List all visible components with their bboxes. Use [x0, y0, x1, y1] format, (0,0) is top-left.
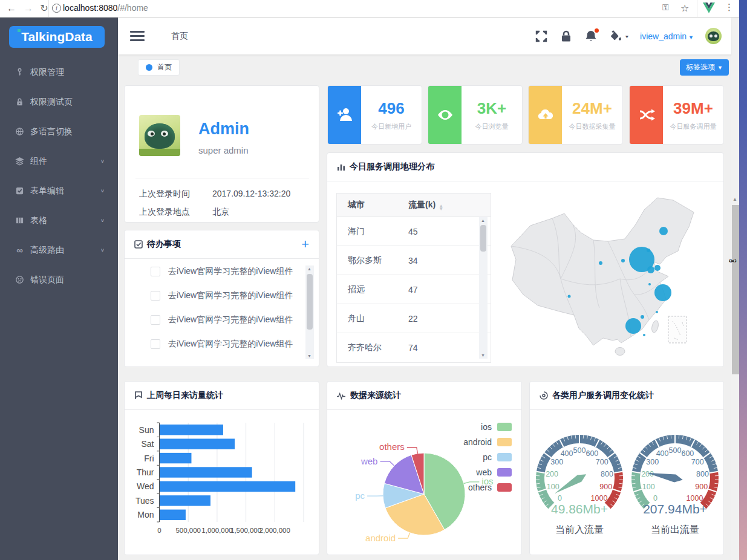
legend-swatch [497, 468, 512, 477]
svg-text:500: 500 [669, 446, 682, 455]
scroll-up-arrow[interactable]: ▲ [732, 197, 737, 202]
svg-text:300: 300 [646, 458, 659, 466]
fullscreen-icon[interactable] [535, 30, 548, 43]
svg-text:900: 900 [599, 483, 612, 491]
breadcrumb: 首页 [171, 31, 188, 42]
todo-checkbox[interactable] [151, 315, 160, 325]
svg-text:700: 700 [691, 458, 704, 466]
flow-cell: 45 [408, 227, 418, 236]
map-bubble [647, 249, 650, 252]
chrome-menu-icon[interactable]: ⋮ [725, 2, 734, 13]
table-row: 海门45 [337, 217, 491, 246]
tag-bar: 首页 标签选项▼ [118, 54, 731, 80]
bar-chart-icon [337, 163, 345, 171]
sidebar-item-label: 权限管理 [30, 67, 64, 78]
add-todo-button[interactable]: + [301, 238, 309, 250]
browser-chrome: ← → ↻ i localhost:8080/#/home ⚿ ☆ ⋮ [0, 0, 740, 18]
legend-item-others[interactable]: others [463, 480, 512, 495]
sidebar-item-perm-management[interactable]: 权限管理 [0, 57, 118, 87]
sidebar-item-label: 多语言切换 [30, 126, 73, 137]
vue-devtools-icon[interactable] [703, 2, 715, 13]
geo-card-header: 今日服务调用地理分布 [327, 153, 723, 181]
user-menu[interactable]: iview_admin▼ [640, 31, 694, 41]
divider [48, 0, 49, 17]
notifications-bell-icon[interactable] [584, 30, 598, 43]
todo-checkbox[interactable] [151, 267, 160, 276]
legend-item-ios[interactable]: ios [463, 419, 512, 434]
sidebar-item-advanced-router[interactable]: ∞高级路由∨ [0, 235, 118, 265]
china-outline [511, 198, 694, 356]
stat-label: 今日浏览量 [460, 122, 523, 131]
todo-checkbox[interactable] [151, 339, 160, 349]
legend-item-android[interactable]: android [463, 434, 512, 449]
password-key-icon[interactable]: ⚿ [662, 2, 669, 13]
legend-swatch [497, 438, 512, 446]
svg-text:2,000,000: 2,000,000 [259, 527, 290, 534]
south-china-sea-inset [668, 316, 687, 343]
table-header-row: 城市流量(k)▲▼ [337, 194, 491, 217]
sidebar-menu: 权限管理权限测试页多语言切换组件∨表单编辑∨表格∨∞高级路由∨错误页面 [0, 57, 118, 295]
last-login-place-row: 上次登录地点北京 [139, 207, 308, 218]
lock-screen-icon[interactable] [559, 30, 573, 43]
service-gauges-title: 各类用户服务调用变化统计 [552, 390, 654, 401]
bar-sat [160, 438, 235, 449]
menu-toggle-button[interactable] [130, 31, 145, 41]
table-scrollbar[interactable]: ▲▼ [479, 217, 488, 359]
sidebar-item-error-pages[interactable]: 错误页面 [0, 265, 118, 295]
svg-text:Wed: Wed [137, 481, 154, 491]
tab-home[interactable]: 首页 [138, 59, 180, 76]
legend-item-web[interactable]: web [463, 464, 512, 480]
column-flow[interactable]: 流量(k)▲▼ [408, 200, 443, 210]
svg-text:0: 0 [157, 527, 161, 534]
todo-scrollbar[interactable]: ▲▼ [305, 265, 314, 359]
stat-label: 今日新增用户 [360, 122, 422, 131]
back-button[interactable]: ← [5, 2, 18, 15]
shuffle-icon [630, 86, 663, 144]
todo-text: 去iView官网学习完整的iView组件 [168, 314, 293, 325]
sidebar-item-form-edit[interactable]: 表单编辑∨ [0, 176, 118, 206]
sidebar-item-perm-test-page[interactable]: 权限测试页 [0, 87, 118, 117]
stat-value: 496 [361, 99, 422, 118]
city-cell: 舟山 [337, 313, 408, 324]
forward-button[interactable]: → [22, 2, 35, 15]
checkbox-icon [15, 186, 25, 196]
todo-item: 去iView官网学习完整的iView组件 [125, 332, 301, 356]
spiral-icon [540, 391, 548, 400]
stat-card-cloud-upload: 24M+今日数据采集量 [528, 85, 623, 145]
map-bubble [654, 284, 671, 301]
bookmark-star-icon[interactable]: ☆ [680, 2, 689, 14]
site-info-icon[interactable]: i [52, 4, 61, 13]
svg-text:Sun: Sun [139, 425, 154, 435]
user-role: super admin [198, 145, 249, 155]
todo-card-title: 待办事项 [147, 239, 181, 250]
sort-arrows-icon[interactable]: ▲▼ [439, 204, 443, 210]
avatar[interactable] [705, 28, 722, 44]
weekly-visits-header: 上周每日来访量统计 [125, 382, 319, 410]
window-scrollbar[interactable]: ▲ [731, 18, 740, 560]
sidebar-item-tables[interactable]: 表格∨ [0, 206, 118, 235]
key-icon [15, 67, 25, 77]
svg-text:1000: 1000 [687, 494, 703, 503]
map-bubble [599, 261, 602, 265]
logo-accent-dot [18, 29, 21, 32]
sidebar-item-i18n-switch[interactable]: 多语言切换 [0, 117, 118, 146]
url-bar[interactable]: localhost:8080/#/home [63, 3, 148, 13]
scrollbar-thumb[interactable] [732, 205, 739, 374]
gauge-label: 当前出流量 [651, 524, 699, 535]
stat-value: 24M+ [562, 99, 622, 118]
visits-bar-chart: SunSatFriThurWedTuesMon0500,0001,000,000… [129, 415, 315, 551]
logo-text: TalkingData [21, 30, 92, 44]
legend-item-pc[interactable]: pc [463, 449, 512, 464]
bar-sun [160, 425, 223, 435]
todo-item: 去iView官网学习完整的iView组件 [125, 308, 301, 332]
weekly-visits-card: 上周每日来访量统计 SunSatFriThurWedTuesMon0500,00… [124, 381, 319, 555]
theme-switch-icon[interactable]: ▼ [609, 30, 628, 43]
todo-text: 去iView官网学习完整的iView组件 [168, 266, 293, 277]
sidebar-item-components[interactable]: 组件∨ [0, 146, 118, 176]
map-bubble [621, 259, 625, 262]
svg-text:800: 800 [601, 470, 613, 478]
tag-options-button[interactable]: 标签选项▼ [680, 59, 729, 76]
brand-logo[interactable]: TalkingData [9, 26, 105, 48]
todo-checkbox[interactable] [151, 291, 160, 301]
avatar-eye [714, 34, 717, 37]
